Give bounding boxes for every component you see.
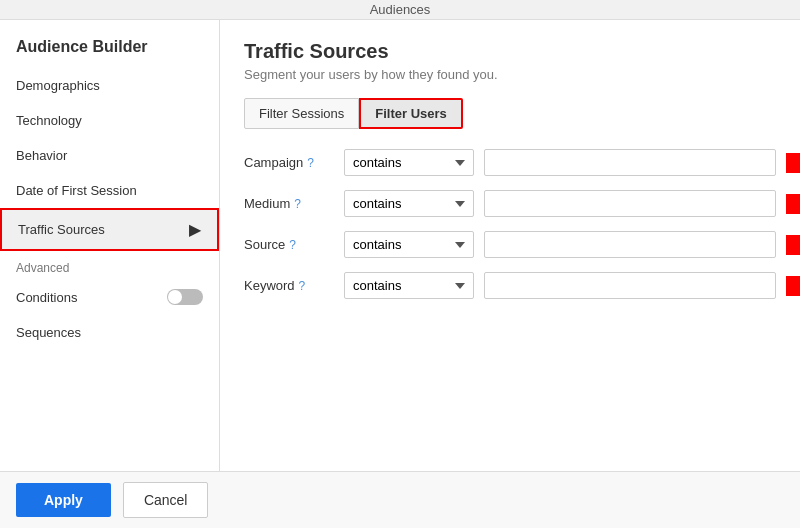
cancel-button[interactable]: Cancel xyxy=(123,482,209,518)
filter-button-group: Filter Sessions Filter Users xyxy=(244,98,776,129)
medium-value-input[interactable] xyxy=(484,190,776,217)
medium-help-icon[interactable]: ? xyxy=(294,197,301,211)
keyword-value-input[interactable] xyxy=(484,272,776,299)
sidebar-advanced-label: Advanced xyxy=(0,251,219,279)
sidebar-active-arrow-icon: ▶ xyxy=(189,220,201,239)
campaign-label: Campaign ? xyxy=(244,155,334,170)
medium-label: Medium ? xyxy=(244,196,334,211)
sidebar-item-date-of-first-session[interactable]: Date of First Session xyxy=(0,173,219,208)
content-panel: Traffic Sources Segment your users by ho… xyxy=(220,20,800,471)
medium-operator-select[interactable]: contains does not contain exactly matche… xyxy=(344,190,474,217)
source-filter-row: Source ? contains does not contain exact… xyxy=(244,231,776,258)
sidebar: Audience Builder Demographics Technology… xyxy=(0,20,220,471)
campaign-red-arrow-icon xyxy=(786,148,800,178)
sidebar-item-technology-label: Technology xyxy=(16,113,82,128)
keyword-help-icon[interactable]: ? xyxy=(299,279,306,293)
filter-users-button[interactable]: Filter Users xyxy=(359,98,463,129)
apply-button[interactable]: Apply xyxy=(16,483,111,517)
sidebar-item-sequences[interactable]: Sequences xyxy=(0,315,219,350)
svg-marker-2 xyxy=(786,230,800,260)
sidebar-item-technology[interactable]: Technology xyxy=(0,103,219,138)
sidebar-title: Audience Builder xyxy=(0,30,219,68)
source-value-input[interactable] xyxy=(484,231,776,258)
sidebar-sequences-label: Sequences xyxy=(16,325,81,340)
svg-marker-1 xyxy=(786,189,800,219)
svg-marker-3 xyxy=(786,271,800,301)
campaign-filter-row: Campaign ? contains does not contain exa… xyxy=(244,149,776,176)
sidebar-item-behavior-label: Behavior xyxy=(16,148,67,163)
campaign-help-icon[interactable]: ? xyxy=(307,156,314,170)
sidebar-item-conditions[interactable]: Conditions xyxy=(0,279,219,315)
campaign-operator-select[interactable]: contains does not contain exactly matche… xyxy=(344,149,474,176)
sidebar-conditions-label: Conditions xyxy=(16,290,77,305)
keyword-filter-row: Keyword ? contains does not contain exac… xyxy=(244,272,776,299)
sidebar-item-demographics[interactable]: Demographics xyxy=(0,68,219,103)
bottom-bar: Apply Cancel xyxy=(0,471,800,528)
top-bar-title: Audiences xyxy=(370,2,431,17)
keyword-red-arrow-icon xyxy=(786,271,800,301)
sidebar-item-behavior[interactable]: Behavior xyxy=(0,138,219,173)
sidebar-item-traffic-sources[interactable]: Traffic Sources ▶ xyxy=(0,208,219,251)
keyword-operator-select[interactable]: contains does not contain exactly matche… xyxy=(344,272,474,299)
source-label: Source ? xyxy=(244,237,334,252)
medium-filter-row: Medium ? contains does not contain exact… xyxy=(244,190,776,217)
sidebar-item-demographics-label: Demographics xyxy=(16,78,100,93)
medium-red-arrow-icon xyxy=(786,189,800,219)
top-bar: Audiences xyxy=(0,0,800,20)
conditions-toggle[interactable] xyxy=(167,289,203,305)
sidebar-item-date-label: Date of First Session xyxy=(16,183,137,198)
content-subtitle: Segment your users by how they found you… xyxy=(244,67,776,82)
source-operator-select[interactable]: contains does not contain exactly matche… xyxy=(344,231,474,258)
source-help-icon[interactable]: ? xyxy=(289,238,296,252)
filter-sessions-button[interactable]: Filter Sessions xyxy=(244,98,359,129)
campaign-value-input[interactable] xyxy=(484,149,776,176)
keyword-label: Keyword ? xyxy=(244,278,334,293)
sidebar-item-traffic-label: Traffic Sources xyxy=(18,222,105,237)
content-title: Traffic Sources xyxy=(244,40,776,63)
svg-marker-0 xyxy=(786,148,800,178)
source-red-arrow-icon xyxy=(786,230,800,260)
